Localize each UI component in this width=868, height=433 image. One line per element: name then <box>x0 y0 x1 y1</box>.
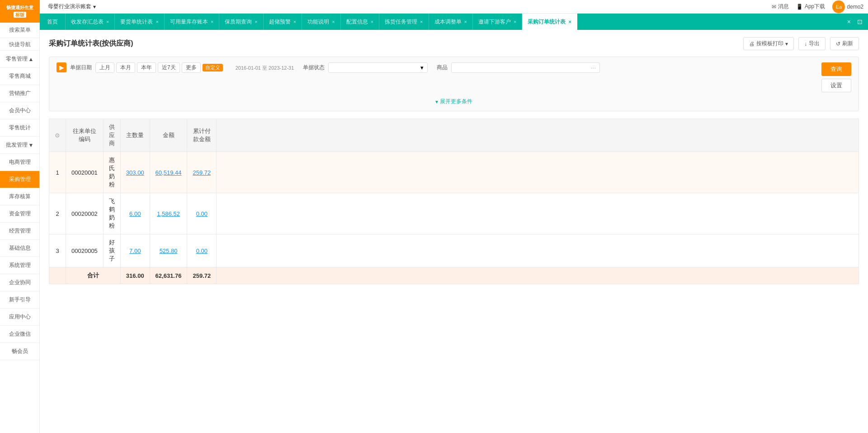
sidebar-item-retail-shop[interactable]: 零售商城 <box>0 68 39 85</box>
collapse-toggle[interactable]: ▶ <box>57 62 66 72</box>
date-this-month[interactable]: 本月 <box>116 62 135 73</box>
sidebar-item-wechat[interactable]: 企业微信 <box>0 326 39 343</box>
row2-empty <box>217 193 859 234</box>
row1-supplier: 惠氏奶粉 <box>103 152 120 193</box>
sidebar-item-retail-stats[interactable]: 零售统计 <box>0 119 39 137</box>
footer-empty1 <box>49 267 66 284</box>
tab-cost-adj[interactable]: 成本调整单 × <box>429 14 473 30</box>
tab-inventory-book[interactable]: 可用量库存账本 × <box>165 14 219 30</box>
tab-order-stats[interactable]: 要货单统计表 × <box>115 14 164 30</box>
tab-close-func-desc[interactable]: × <box>332 19 335 24</box>
user-avatar-area[interactable]: Ea demo2 <box>832 0 863 13</box>
table-header-row: ⚙ 往来单位编码 供应商 主数量 金额 累计付款金额 <box>49 119 859 152</box>
topbar-account-dropdown[interactable]: 母婴行业演示账套 ▾ <box>44 2 99 11</box>
sidebar-item-finance[interactable]: 资金管理 <box>0 205 39 223</box>
date-last-7days[interactable]: 近7天 <box>158 62 180 73</box>
settings-button[interactable]: 设置 <box>821 79 851 92</box>
tab-close-invite-downstream[interactable]: × <box>514 19 516 24</box>
date-filter: 单据日期 上月 本月 本年 近7天 更多 自定义 <box>70 62 223 73</box>
date-custom-badge: 自定义 <box>203 64 223 71</box>
tab-close-cost-adj[interactable]: × <box>464 19 467 24</box>
date-range-display: 2016-01-01 至 2023-12-31 <box>234 64 294 71</box>
tab-close-pick-task[interactable]: × <box>420 19 423 24</box>
sidebar-item-inventory[interactable]: 库存核算 <box>0 188 39 205</box>
sidebar-item-appstore[interactable]: 应用中心 <box>0 309 39 326</box>
date-more[interactable]: 更多 <box>182 62 201 73</box>
status-select[interactable]: ▾ <box>328 62 428 73</box>
tab-close-config[interactable]: × <box>371 19 373 24</box>
tab-func-desc[interactable]: 功能说明 × <box>302 14 340 30</box>
row1-index: 1 <box>49 152 66 193</box>
row3-qty[interactable]: 7.00 <box>120 234 150 267</box>
date-label: 单据日期 <box>70 64 92 71</box>
sidebar-item-ecommerce[interactable]: 电商管理 <box>0 154 39 171</box>
tab-close-overstock[interactable]: × <box>293 19 296 24</box>
tab-close-order-stats[interactable]: × <box>156 19 158 24</box>
sidebar-item-ops[interactable]: 经营管理 <box>0 223 39 240</box>
sidebar-item-retail-mgmt[interactable]: 零售管理 ▲ <box>0 51 39 68</box>
row2-qty[interactable]: 6.00 <box>120 193 150 234</box>
row2-amount[interactable]: 1,586.52 <box>150 193 187 234</box>
main-content: 采购订单统计表(按供应商) 🖨 按模板打印 ▾ ↓ 导出 ↺ 刷新 <box>40 30 868 433</box>
col-settings[interactable]: ⚙ <box>49 119 66 152</box>
restore-tab-button[interactable]: ⊡ <box>855 17 864 26</box>
query-button[interactable]: 查询 <box>821 62 851 76</box>
tab-close-expiry-query[interactable]: × <box>255 19 257 24</box>
goods-label: 商品 <box>437 64 448 71</box>
sidebar-item-purchase[interactable]: 采购管理 <box>0 171 39 188</box>
page-actions: 🖨 按模板打印 ▾ ↓ 导出 ↺ 刷新 <box>743 37 859 50</box>
print-button[interactable]: 🖨 按模板打印 ▾ <box>743 37 794 50</box>
close-tab-button[interactable]: × <box>845 17 853 26</box>
tab-close-inventory-book[interactable]: × <box>211 19 213 24</box>
sidebar-item-search[interactable]: 搜索菜单 <box>0 23 39 38</box>
sidebar-item-vip[interactable]: 畅会员 <box>0 343 39 360</box>
sidebar-item-wholesale[interactable]: 批发管理 ▼ <box>0 137 39 154</box>
row1-amount[interactable]: 60,519.44 <box>150 152 187 193</box>
row2-index: 2 <box>49 193 66 234</box>
col-qty: 主数量 <box>120 119 150 152</box>
tab-expiry-query[interactable]: 保质期查询 × <box>219 14 263 30</box>
row3-amount[interactable]: 525.80 <box>150 234 187 267</box>
tab-home[interactable]: 首页 <box>40 14 66 30</box>
refresh-icon: ↺ <box>836 41 840 47</box>
row2-paid[interactable]: 0.00 <box>187 193 217 234</box>
status-input[interactable] <box>332 65 419 71</box>
tab-pick-task[interactable]: 拣货任务管理 × <box>379 14 429 30</box>
sidebar-item-newbie[interactable]: 新手引导 <box>0 291 39 309</box>
sidebar-item-basic[interactable]: 基础信息 <box>0 240 39 257</box>
table-row: 1 00020001 惠氏奶粉 303.00 60,519.44 259.72 <box>49 152 859 193</box>
tab-close-purchase-order-stats[interactable]: × <box>568 19 571 24</box>
expand-more-button[interactable]: ▾ 展开更多条件 <box>57 98 851 105</box>
tab-invite-downstream[interactable]: 邀请下游客户 × <box>473 14 522 30</box>
date-this-year[interactable]: 本年 <box>137 62 156 73</box>
message-button[interactable]: ✉ 消息 <box>772 3 789 10</box>
sidebar-item-marketing[interactable]: 营销推广 <box>0 85 39 102</box>
tab-close-receivable[interactable]: × <box>106 19 109 24</box>
sidebar-item-quick-nav[interactable]: 快捷导航 <box>0 38 39 51</box>
goods-input[interactable] <box>455 65 591 71</box>
logo-text: 畅捷通好生意 <box>6 5 33 11</box>
tab-receivable[interactable]: 收发存汇总表 × <box>66 14 115 30</box>
date-last-month[interactable]: 上月 <box>95 62 114 73</box>
sidebar-item-enterprise[interactable]: 企业协同 <box>0 274 39 291</box>
date-shortcuts: 上月 本月 本年 近7天 更多 自定义 <box>95 62 223 73</box>
query-buttons: 查询 设置 <box>821 62 851 92</box>
app-download-button[interactable]: 📱 App下载 <box>796 3 825 10</box>
sidebar-item-member[interactable]: 会员中心 <box>0 102 39 119</box>
message-icon: ✉ <box>772 4 776 10</box>
column-settings-icon[interactable]: ⚙ <box>55 132 60 139</box>
tab-overstock[interactable]: 超储预警 × <box>264 14 302 30</box>
refresh-button[interactable]: ↺ 刷新 <box>830 37 859 50</box>
footer-label: 合计 <box>66 267 121 284</box>
footer-paid: 259.72 <box>187 267 217 284</box>
export-button[interactable]: ↓ 导出 <box>798 37 826 50</box>
tab-config[interactable]: 配置信息 × <box>341 14 379 30</box>
tab-purchase-order-stats[interactable]: 采购订单统计表 × <box>522 14 577 30</box>
row3-paid[interactable]: 0.00 <box>187 234 217 267</box>
topbar-right: ✉ 消息 📱 App下载 Ea demo2 <box>772 0 863 13</box>
topbar: 母婴行业演示账套 ▾ ✉ 消息 📱 App下载 Ea demo2 <box>40 0 868 14</box>
row1-qty[interactable]: 303.00 <box>120 152 150 193</box>
row1-paid[interactable]: 259.72 <box>187 152 217 193</box>
sidebar-item-system[interactable]: 系统管理 <box>0 257 39 274</box>
row2-supplier: 飞鹤奶粉 <box>103 193 120 234</box>
